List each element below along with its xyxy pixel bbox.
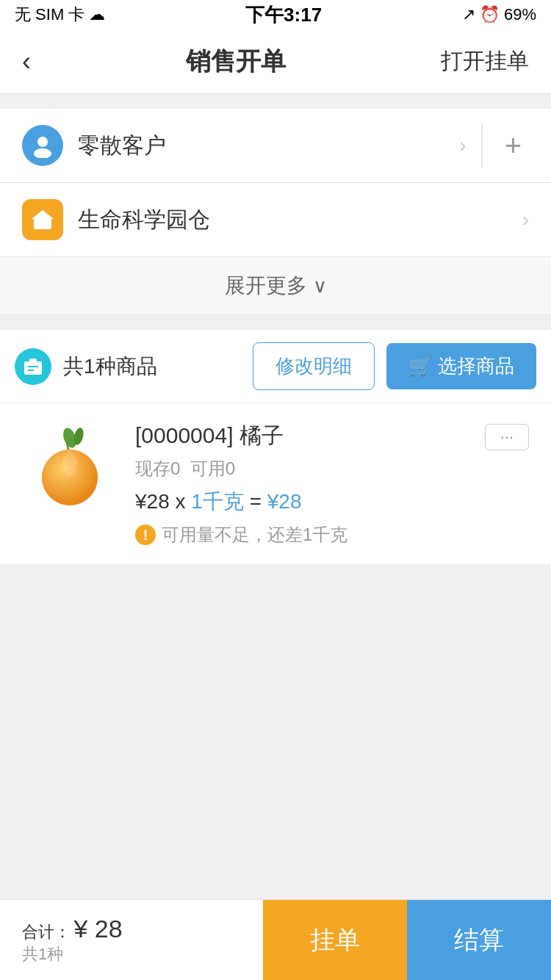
warehouse-icon (22, 199, 63, 240)
section-gap-2 (0, 315, 551, 330)
product-more-button[interactable]: ··· (485, 424, 529, 450)
product-image (22, 421, 118, 516)
warning-text: 可用量不足，还差1千克 (162, 523, 347, 547)
customer-icon (22, 125, 63, 166)
total-label: 合计： (22, 923, 71, 941)
warehouse-arrow-icon: › (522, 208, 529, 231)
warehouse-row[interactable]: 生命科学园仓 › (0, 183, 551, 256)
row-divider (481, 123, 483, 167)
svg-marker-3 (32, 210, 54, 219)
hang-button[interactable]: 挂单 (263, 900, 407, 980)
status-time: 下午3:17 (245, 2, 322, 28)
product-count-text: 共1种商品 (63, 353, 253, 381)
product-info: [0000004] 橘子 现存0 可用0 ¥28 x 1千克 = ¥28 ! 可… (135, 421, 467, 547)
select-product-label: 选择商品 (438, 353, 514, 379)
svg-rect-2 (34, 217, 51, 229)
open-hang-button[interactable]: 打开挂单 (441, 46, 529, 76)
bottom-bar: 合计： ¥ 28 共1种 挂单 结算 (0, 899, 551, 980)
customer-arrow-icon: › (459, 134, 466, 157)
nav-bar: ‹ 销售开单 打开挂单 (0, 29, 551, 94)
expand-more-button[interactable]: 展开更多 ∨ (0, 256, 551, 315)
warehouse-label: 生命科学园仓 (78, 205, 522, 235)
product-total: ¥28 (267, 490, 302, 513)
total-row: 合计： ¥ 28 (22, 915, 263, 943)
total-count: 共1种 (22, 943, 263, 965)
product-count-icon (15, 348, 51, 385)
expand-more-label: 展开更多 (225, 272, 307, 300)
status-bar: 无 SIM 卡 ☁ 下午3:17 ↗ ⏰ 69% (0, 0, 551, 29)
bottom-total: 合计： ¥ 28 共1种 (0, 900, 263, 980)
product-stock: 现存0 可用0 (135, 457, 467, 480)
checkout-button[interactable]: 结算 (407, 900, 551, 980)
back-button[interactable]: ‹ (22, 46, 31, 77)
chevron-down-icon: ∨ (313, 275, 327, 298)
sim-status: 无 SIM 卡 ☁ (15, 4, 105, 26)
product-quantity: 1千克 (191, 490, 244, 513)
page-title: 销售开单 (186, 45, 286, 79)
cart-icon: 🛒 (408, 355, 432, 378)
svg-rect-4 (24, 361, 42, 375)
modify-detail-button[interactable]: 修改明细 (253, 342, 375, 390)
battery-status: ↗ ⏰ 69% (462, 5, 536, 24)
svg-point-1 (34, 148, 51, 158)
customer-label: 零散客户 (78, 131, 459, 161)
select-product-button[interactable]: 🛒 选择商品 (386, 343, 536, 389)
svg-rect-5 (29, 359, 37, 363)
total-amount: ¥ 28 (73, 915, 122, 943)
product-header: 共1种商品 修改明细 🛒 选择商品 (0, 330, 551, 403)
svg-point-0 (37, 137, 48, 147)
section-gap-1 (0, 94, 551, 109)
status-right: ↗ ⏰ 69% (462, 5, 536, 24)
product-price-row: ¥28 x 1千克 = ¥28 (135, 488, 467, 516)
product-name: [0000004] 橘子 (135, 421, 467, 451)
product-warning: ! 可用量不足，还差1千克 (135, 523, 467, 547)
add-customer-button[interactable]: + (497, 129, 529, 162)
customer-row[interactable]: 零散客户 › + (0, 109, 551, 182)
product-item: [0000004] 橘子 现存0 可用0 ¥28 x 1千克 = ¥28 ! 可… (0, 403, 551, 564)
warning-icon: ! (135, 525, 156, 545)
status-left: 无 SIM 卡 ☁ (15, 4, 105, 26)
